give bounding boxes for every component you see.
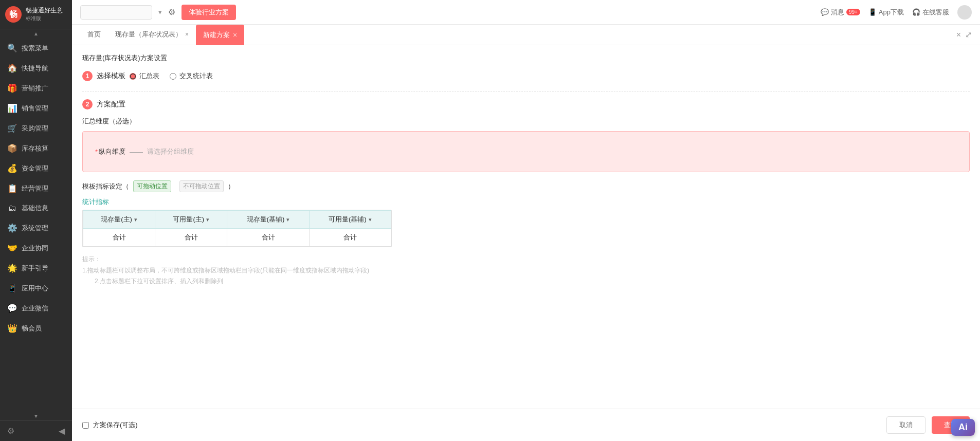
- home-icon: 🏠: [7, 63, 17, 73]
- radio-summary-input[interactable]: [130, 73, 136, 80]
- tip-2: [82, 278, 95, 285]
- tab-new-plan-label: 新建方案: [203, 30, 230, 40]
- content-inner: 现存量(库存状况表)方案设置 1 选择模板 汇总表 交叉统计表: [72, 45, 980, 409]
- tab-inventory-label: 现存量（库存状况表）: [115, 30, 182, 39]
- sidebar-item-label: 快捷导航: [22, 64, 48, 73]
- sidebar-item-sales[interactable]: 📊 销售管理: [0, 98, 72, 118]
- radio-cross[interactable]: 交叉统计表: [170, 71, 213, 81]
- topbar-right: 💬 消息 99+ 📱 App下载 🎧 在线客服: [821, 5, 972, 20]
- tab-home-label: 首页: [87, 30, 101, 39]
- sidebar-item-system[interactable]: ⚙️ 系统管理: [0, 218, 72, 238]
- col-header-0[interactable]: 现存量(主) ▾: [83, 211, 155, 229]
- sidebar-scroll-up[interactable]: ▲: [0, 29, 72, 38]
- col-label-0: 现存量(主): [101, 215, 132, 224]
- indicator-settings: 模板指标设定（ 可拖动位置 不可拖动位置 ）: [82, 180, 970, 192]
- dim-dash: ——: [130, 148, 143, 156]
- window-close-icon[interactable]: ×: [956, 30, 961, 40]
- indicator-label: 模板指标设定（: [82, 182, 129, 191]
- messages-item[interactable]: 💬 消息 99+: [821, 8, 860, 17]
- settings-icon[interactable]: ⚙: [7, 426, 14, 436]
- table-row: 合计 合计 合计 合计: [83, 229, 391, 247]
- col-dropdown-0[interactable]: ▾: [134, 216, 137, 223]
- tabs-right: × ⤢: [956, 30, 972, 40]
- col-dropdown-3[interactable]: ▾: [369, 216, 372, 223]
- folder-icon: 🗂: [7, 204, 17, 213]
- gear-icon: ⚙️: [7, 223, 17, 233]
- sidebar-item-search[interactable]: 🔍 搜索菜单: [0, 38, 72, 58]
- app-download-label: App下载: [879, 8, 904, 17]
- tabs-bar: 首页 现存量（库存状况表） × 新建方案 × × ⤢: [72, 25, 980, 45]
- col-header-3[interactable]: 可用量(基辅) ▾: [309, 211, 391, 229]
- app-name: 畅捷通好生意: [26, 7, 63, 15]
- crown-icon: 👑: [7, 323, 17, 333]
- sidebar-item-label: 基础信息: [22, 204, 48, 213]
- dimension-area[interactable]: * 纵向维度 —— 请选择分组维度: [82, 131, 970, 172]
- radio-summary-label: 汇总表: [139, 71, 159, 81]
- indicator-suffix: ）: [228, 182, 234, 191]
- star-icon: 🌟: [7, 263, 17, 273]
- tips-title: 提示：: [82, 255, 101, 263]
- step2-badge: 2: [82, 99, 93, 109]
- handshake-icon: 🤝: [7, 243, 17, 253]
- sidebar-item-management[interactable]: 📋 经营管理: [0, 178, 72, 198]
- tab-inventory[interactable]: 现存量（库存状况表） ×: [108, 25, 196, 45]
- sidebar-item-inventory[interactable]: 📦 库存核算: [0, 138, 72, 158]
- main-area: ▾ ⚙ 体验行业方案 💬 消息 99+ 📱 App下载 🎧 在线客服 首页: [72, 0, 980, 441]
- sidebar-item-finance[interactable]: 💰 资金管理: [0, 158, 72, 178]
- sidebar-item-label: 搜索菜单: [22, 44, 48, 53]
- tab-inventory-close[interactable]: ×: [185, 31, 189, 38]
- window-expand-icon[interactable]: ⤢: [965, 30, 972, 40]
- sidebar-item-label: 应用中心: [22, 284, 48, 293]
- sidebar-item-basic[interactable]: 🗂 基础信息: [0, 198, 72, 218]
- sidebar-item-nav[interactable]: 🏠 快捷导航: [0, 58, 72, 78]
- online-service-item[interactable]: 🎧 在线客服: [912, 8, 949, 17]
- page-title: 现存量(库存状况表)方案设置: [82, 53, 970, 63]
- radio-cross-input[interactable]: [170, 73, 176, 80]
- col-dropdown-2[interactable]: ▾: [286, 216, 289, 223]
- online-service-label: 在线客服: [922, 8, 949, 17]
- radio-summary[interactable]: 汇总表: [130, 71, 159, 81]
- sidebar-item-weixin[interactable]: 💬 企业微信: [0, 298, 72, 318]
- app-download-item[interactable]: 📱 App下载: [868, 8, 904, 17]
- collapse-icon[interactable]: ◀: [59, 426, 65, 436]
- dim-label: 纵向维度: [99, 147, 125, 156]
- col-dropdown-1[interactable]: ▾: [206, 216, 209, 223]
- tab-new-plan[interactable]: 新建方案 ×: [196, 25, 244, 45]
- trial-button[interactable]: 体验行业方案: [182, 5, 236, 20]
- sidebar-scroll-down[interactable]: ▼: [0, 412, 72, 420]
- sidebar-item-label: 销售管理: [22, 104, 48, 113]
- cell-0: 合计: [83, 229, 155, 247]
- col-header-1[interactable]: 可用量(主) ▾: [155, 211, 227, 229]
- sidebar-item-label: 采购管理: [22, 124, 48, 133]
- search-input[interactable]: [80, 5, 152, 20]
- sidebar-item-member[interactable]: 👑 畅会员: [0, 318, 72, 338]
- tab-new-plan-close[interactable]: ×: [233, 31, 237, 39]
- tab-home[interactable]: 首页: [80, 25, 108, 45]
- step1-badge: 1: [82, 71, 93, 81]
- search-icon: 🔍: [7, 43, 17, 53]
- stats-section: 统计指标 现存量(主) ▾: [82, 197, 970, 249]
- template-radio-group: 汇总表 交叉统计表: [130, 71, 213, 81]
- sidebar-item-apps[interactable]: 📱 应用中心: [0, 278, 72, 298]
- sidebar-logo: 畅 畅捷通好生意 标准版: [0, 0, 72, 29]
- save-checkbox[interactable]: [82, 422, 89, 429]
- sidebar-item-marketing[interactable]: 🎁 营销推广: [0, 78, 72, 98]
- sidebar-item-collab[interactable]: 🤝 企业协同: [0, 238, 72, 258]
- sidebar: 畅 畅捷通好生意 标准版 ▲ 🔍 搜索菜单 🏠 快捷导航 🎁 营销推广 📊 销售…: [0, 0, 72, 441]
- sidebar-item-guide[interactable]: 🌟 新手引导: [0, 258, 72, 278]
- sidebar-bottom: ⚙ ◀: [0, 420, 72, 441]
- download-icon: 📱: [868, 8, 877, 16]
- sidebar-item-label: 企业协同: [22, 244, 48, 253]
- config-label: 汇总维度（必选）: [82, 117, 970, 126]
- draggable-tag: 可拖动位置: [133, 180, 171, 192]
- cancel-button[interactable]: 取消: [886, 416, 925, 434]
- tip-2-text: 2.点击标题栏下拉可设置排序、插入列和删除列: [95, 278, 223, 285]
- ai-fab-button[interactable]: Ai: [951, 419, 975, 436]
- sidebar-item-label: 营销推广: [22, 84, 48, 93]
- box-icon: 📦: [7, 143, 17, 153]
- col-header-2[interactable]: 现存量(基辅) ▾: [227, 211, 309, 229]
- sidebar-item-purchase[interactable]: 🛒 采购管理: [0, 118, 72, 138]
- dropdown-icon[interactable]: ▾: [158, 8, 162, 16]
- user-avatar[interactable]: [957, 5, 972, 20]
- topbar-gear-icon[interactable]: ⚙: [168, 7, 175, 17]
